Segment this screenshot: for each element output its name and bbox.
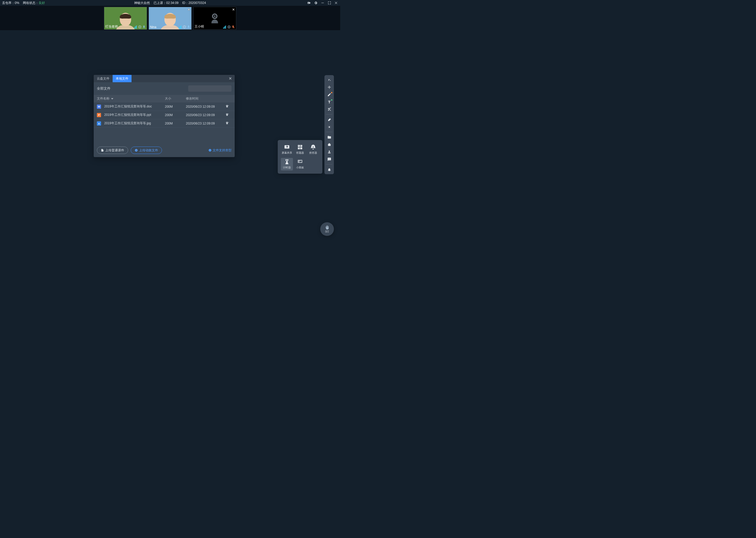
tool-timer[interactable]: 计时器 [281,158,293,171]
tool-eraser[interactable] [325,116,333,123]
tool-fill[interactable] [325,124,333,130]
topbar-right [307,1,338,5]
packet-loss-label: 丢包率： [2,1,15,5]
tool-screen-share[interactable]: 屏幕共享 [281,143,293,156]
fullscreen-icon[interactable] [328,1,331,5]
tool-chat[interactable] [325,156,333,162]
settings-icon[interactable] [314,1,318,5]
close-window-icon[interactable] [334,1,338,5]
table-row[interactable]: W 2019年工作汇报情况查询等等.doc 200M 2020/06/23 12… [94,102,235,111]
tool-people[interactable] [325,149,333,155]
minimize-icon[interactable] [321,1,324,5]
status-cam-icon [227,25,231,28]
id-value: 2020070324 [188,1,206,5]
header-date[interactable]: 修改时间 [186,96,225,101]
tool-text[interactable] [325,99,333,105]
svg-point-16 [329,126,330,128]
text-icon [327,100,331,104]
header-name-label: 文件名称 [97,96,110,101]
file-name: 2019年工作汇报情况查询等等.ppt [104,113,151,117]
tool-apps[interactable] [325,141,333,148]
file-size: 200M [165,105,186,108]
participant-name: Nina [150,25,157,29]
modal-close-icon[interactable]: ✕ [229,76,232,81]
participant-name: 叮当老师 [105,25,118,29]
timer-label: 计时器 [283,166,291,169]
tile-close-icon[interactable]: ✕ [187,8,190,12]
tool-folder[interactable] [325,134,333,140]
camera-add-icon[interactable] [307,1,311,5]
all-files-label: 全部文件 [97,86,111,91]
document-icon [101,149,104,152]
file-type-badge: P [97,113,101,117]
video-tile[interactable]: 叮当老师 [104,7,147,30]
tool-move[interactable] [325,84,333,90]
svg-point-14 [229,27,229,27]
answer-icon [297,144,303,150]
video-tile[interactable]: ✕ Nina [149,7,192,30]
search-field[interactable] [192,87,231,90]
svg-point-5 [139,27,140,27]
blackboard-label: 小黑板 [296,166,304,169]
info-icon [209,149,212,152]
network-status: 网络状态：良好 [23,1,45,5]
file-date: 2020/06/23 12:09:09 [186,105,225,108]
buzz-icon [310,144,316,150]
delete-icon[interactable] [225,104,229,108]
play-circle-icon [135,149,138,152]
screen-share-label: 屏幕共享 [282,151,292,155]
tool-blackboard[interactable]: 小黑板 [294,158,306,171]
tool-cursor[interactable] [325,77,333,83]
raise-hand-button[interactable]: 0/2 [320,222,334,236]
bell-icon [327,168,331,172]
delete-icon[interactable] [225,113,229,116]
search-input[interactable] [188,85,231,92]
hand-icon [325,225,329,230]
tool-buzz[interactable]: 抢答器 [307,143,319,156]
status-mic-icon [187,25,190,28]
buzz-label: 抢答器 [309,151,317,155]
network-value: 良好 [39,1,45,5]
modal-tabs: 云盘文件 本地文件 ✕ [94,75,235,82]
file-name: 2019年工作汇报情况查询等等.jpg [104,121,151,126]
tab-local-files[interactable]: 本地文件 [113,75,131,82]
file-type-badge: W [97,105,101,109]
file-date: 2020/06/23 12:09:09 [186,122,225,125]
table-row[interactable]: P 2019年工作汇报情况查询等等.ppt 200M 2020/06/23 12… [94,111,235,119]
file-name-cell: W 2019年工作汇报情况查询等等.doc [97,104,165,109]
tool-scissors[interactable] [325,106,333,112]
tool-bell[interactable] [325,166,333,173]
app-title: 神秘大自然 [134,1,150,5]
answer-label: 答题器 [296,151,304,155]
tool-pen[interactable] [325,91,333,98]
table-header: 文件名称 大小 修改时间 [94,95,235,102]
topbar-center: 神秘大自然 已上课：02:34:09 ID：2020070324 [134,1,206,5]
table-row[interactable]: ▲ 2019年工作汇报情况查询等等.jpg 200M 2020/06/23 12… [94,119,235,128]
right-toolbar [324,75,334,174]
modal-footer: 上传普通课件 上传动效文件 文件支持类型 [94,143,235,157]
tile-close-icon[interactable]: ✕ [232,8,235,12]
file-type-badge: ▲ [97,121,101,126]
svg-rect-0 [321,3,324,3]
supported-types-link[interactable]: 文件支持类型 [209,148,231,153]
video-tile[interactable]: ✕ 王小明 [193,7,236,30]
upload-normal-button[interactable]: 上传普通课件 [97,146,128,154]
upload-animated-button[interactable]: 上传动效文件 [131,146,162,154]
id-label: ID： [182,1,188,5]
file-date: 2020/06/23 12:09:09 [186,113,225,117]
svg-point-10 [184,27,185,27]
status-mic-icon [231,25,235,28]
file-modal: 云盘文件 本地文件 ✕ 全部文件 文件名称 大小 修改时间 W 2019年工作汇… [94,75,235,157]
header-size[interactable]: 大小 [165,96,186,101]
header-name[interactable]: 文件名称 [97,96,165,101]
timer-icon [284,159,290,165]
file-size: 200M [165,113,186,117]
people-icon [327,150,331,154]
pen-icon [327,93,331,97]
session-id: ID：2020070324 [182,1,206,5]
tool-answer[interactable]: 答题器 [294,143,306,156]
delete-icon[interactable] [225,121,229,125]
file-table: 文件名称 大小 修改时间 W 2019年工作汇报情况查询等等.doc 200M … [94,95,235,143]
top-bar: 丢包率：0% 网络状态：良好 神秘大自然 已上课：02:34:09 ID：202… [0,0,340,6]
tab-cloud-files[interactable]: 云盘文件 [94,75,113,82]
